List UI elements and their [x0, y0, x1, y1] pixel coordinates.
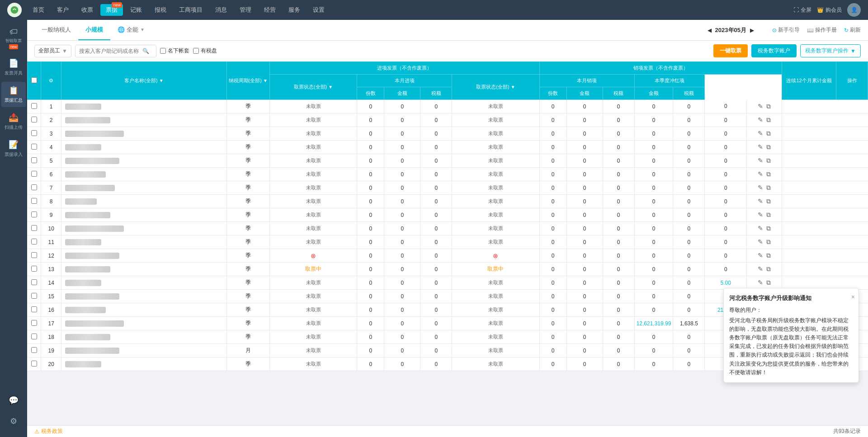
fullscreen-btn[interactable]: ⛶ 全屏	[793, 6, 811, 14]
row-checkbox[interactable]	[31, 157, 37, 163]
accum-value[interactable]: 5.00	[721, 280, 731, 286]
row-checkbox[interactable]	[31, 334, 37, 339]
copy-icon[interactable]: ⧉	[766, 197, 771, 205]
select-all-checkbox[interactable]	[31, 77, 37, 83]
copy-icon[interactable]: ⧉	[766, 211, 771, 218]
checkbox-account-set-input[interactable]	[160, 48, 166, 54]
edit-icon[interactable]: ✎	[758, 130, 763, 137]
row-checkbox[interactable]	[31, 320, 37, 326]
search-icon[interactable]: 🔍	[142, 48, 149, 54]
manual-btn[interactable]: 📖 操作手册	[807, 26, 837, 34]
sidebar-item-invoice-summary[interactable]: 📋 票据汇总	[1, 82, 26, 107]
period-filter-icon[interactable]: ▼	[263, 78, 268, 83]
tab-general-taxpayer[interactable]: 一般纳税人	[34, 20, 78, 40]
nav-message[interactable]: 消息	[210, 4, 232, 16]
row-checkbox[interactable]	[31, 103, 37, 109]
edit-icon[interactable]: ✎	[758, 238, 763, 245]
in-status-filter-icon[interactable]: ▼	[328, 85, 333, 89]
row-checkbox[interactable]	[31, 266, 37, 272]
nav-service[interactable]: 服务	[283, 4, 306, 16]
edit-icon[interactable]: ✎	[758, 170, 763, 178]
edit-icon[interactable]: ✎	[758, 279, 763, 286]
nav-home[interactable]: 首页	[27, 4, 50, 16]
row-checkbox[interactable]	[31, 252, 37, 258]
checkbox-account-set[interactable]: 名下帐套	[160, 47, 189, 55]
row-checkbox[interactable]	[31, 198, 37, 204]
nav-accounting[interactable]: 记账	[125, 4, 147, 16]
edit-icon[interactable]: ✎	[758, 143, 763, 150]
tab-all[interactable]: 🌐 全能 ▼	[110, 20, 152, 40]
sidebar-item-smart-ticket[interactable]: 🏷 智能取票 new	[1, 23, 26, 53]
copy-icon[interactable]: ⧉	[766, 130, 771, 137]
tab-small-scale[interactable]: 小规模	[78, 20, 110, 40]
search-input[interactable]	[79, 48, 142, 54]
row-in-tax-cell: 0	[420, 290, 452, 303]
edit-icon[interactable]: ✎	[758, 157, 763, 164]
sidebar-item-scan-upload[interactable]: 📤 扫描上传	[1, 109, 26, 134]
nav-client[interactable]: 客户	[52, 4, 74, 16]
checkbox-tax-disk-input[interactable]	[193, 48, 199, 54]
row-checkbox[interactable]	[31, 239, 37, 244]
row-checkbox[interactable]	[31, 144, 37, 150]
employee-select[interactable]: 全部员工 ▼	[34, 45, 71, 57]
copy-icon[interactable]: ⧉	[766, 103, 771, 110]
tax-policy-bar[interactable]: ⚠ 税务政策	[34, 428, 63, 435]
red-amount-link[interactable]: 12,621,319.99	[637, 320, 671, 327]
edit-icon[interactable]: ✎	[758, 225, 763, 232]
tax-digital-btn[interactable]: 税务数字账户	[751, 44, 797, 57]
row-checkbox[interactable]	[31, 347, 37, 353]
sidebar-item-invoice-entry[interactable]: 📝 票据录入	[1, 136, 26, 161]
checkbox-tax-disk[interactable]: 有税盘	[193, 47, 217, 55]
sidebar-item-invoice-open[interactable]: 📄 发票开具	[1, 55, 26, 80]
guide-btn[interactable]: ⊙ 新手引导	[772, 26, 800, 34]
nav-tax[interactable]: 报税	[149, 4, 172, 16]
row-checkbox[interactable]	[31, 279, 37, 285]
copy-icon[interactable]: ⧉	[766, 252, 771, 259]
period-prev-btn[interactable]: ◀	[708, 27, 712, 33]
period-next-btn[interactable]: ▶	[750, 27, 754, 33]
edit-icon[interactable]: ✎	[758, 211, 763, 218]
sidebar-settings[interactable]: ⚙	[1, 413, 26, 430]
copy-icon[interactable]: ⧉	[766, 170, 771, 178]
copy-icon[interactable]: ⧉	[766, 157, 771, 164]
row-checkbox[interactable]	[31, 171, 37, 177]
copy-icon[interactable]: ⧉	[766, 184, 771, 191]
nav-invoice[interactable]: 票据 new	[100, 4, 123, 16]
row-period-cell: 季	[226, 195, 269, 208]
refresh-btn[interactable]: ↻ 刷新	[844, 26, 861, 34]
filter-icon[interactable]: ▼	[159, 78, 164, 83]
edit-icon[interactable]: ✎	[758, 184, 763, 191]
sidebar-message[interactable]: 💬	[1, 392, 26, 409]
nav-operation[interactable]: 经营	[259, 4, 281, 16]
nav-business[interactable]: 工商项目	[174, 4, 208, 16]
settings-col-icon[interactable]: ⚙	[49, 78, 53, 83]
copy-icon[interactable]: ⧉	[766, 143, 771, 150]
edit-icon[interactable]: ✎	[758, 103, 763, 110]
row-checkbox[interactable]	[31, 130, 37, 136]
row-checkbox[interactable]	[31, 225, 37, 231]
row-checkbox[interactable]	[31, 361, 37, 367]
member-btn[interactable]: 👑 购会员	[817, 6, 842, 14]
tax-operation-btn[interactable]: 税务数字账户操作 ▼	[800, 44, 861, 57]
copy-icon[interactable]: ⧉	[766, 238, 771, 245]
copy-icon[interactable]: ⧉	[766, 265, 771, 273]
user-avatar[interactable]: 👤	[847, 3, 861, 17]
copy-icon[interactable]: ⧉	[766, 279, 771, 286]
nav-receive[interactable]: 收票	[76, 4, 99, 16]
edit-icon[interactable]: ✎	[758, 116, 763, 123]
row-checkbox[interactable]	[31, 117, 37, 122]
out-status-filter-icon[interactable]: ▼	[511, 85, 515, 89]
row-checkbox[interactable]	[31, 306, 37, 312]
one-key-btn[interactable]: 一键取票	[713, 44, 748, 57]
copy-icon[interactable]: ⧉	[766, 116, 771, 123]
notification-close-btn[interactable]: ×	[851, 292, 855, 302]
edit-icon[interactable]: ✎	[758, 197, 763, 205]
row-checkbox[interactable]	[31, 211, 37, 217]
row-checkbox[interactable]	[31, 293, 37, 299]
row-checkbox[interactable]	[31, 184, 37, 190]
nav-manage[interactable]: 管理	[234, 4, 257, 16]
nav-settings[interactable]: 设置	[307, 4, 330, 16]
copy-icon[interactable]: ⧉	[766, 225, 771, 232]
edit-icon[interactable]: ✎	[758, 252, 763, 259]
edit-icon[interactable]: ✎	[758, 265, 763, 273]
